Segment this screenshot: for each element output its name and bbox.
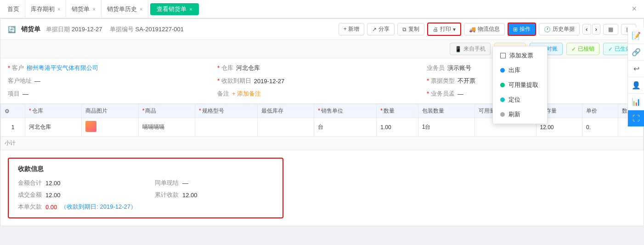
total-amount-label: 金额合计 bbox=[18, 179, 42, 187]
tab-bar: 首页 库存期初 × 销货单 × 销货单历史 × 查看销货单 × × bbox=[0, 0, 644, 18]
col-settings: ⚙ bbox=[1, 104, 25, 118]
tab-sales-order[interactable]: 销货单 × bbox=[66, 0, 101, 18]
note-field: 备注 + 添加备注 bbox=[217, 90, 427, 98]
customer-value[interactable]: 柳州粤港平安气体有限公司 bbox=[27, 64, 98, 72]
share-button[interactable]: ↗ 分享 bbox=[367, 23, 395, 35]
accumulated-received-label: 累计收款 bbox=[155, 191, 179, 199]
close-tab-history[interactable]: × bbox=[140, 6, 142, 12]
project-value: — bbox=[23, 91, 28, 97]
copy-button[interactable]: ⧉ 复制 bbox=[397, 23, 424, 35]
staff-label: 业务员 bbox=[427, 64, 445, 72]
close-tab-view[interactable]: × bbox=[189, 6, 192, 12]
row-quantity: 1.00 bbox=[377, 118, 418, 137]
transaction-amount-row: 成交金额 12.00 bbox=[18, 191, 136, 199]
payment-date-value: 2019-12-27 bbox=[254, 78, 285, 85]
same-order-settle-label: 同单现结 bbox=[155, 179, 179, 187]
tab-sales-history[interactable]: 销货单历史 × bbox=[102, 0, 148, 18]
same-order-settle-row: 同单现结 — bbox=[155, 179, 273, 187]
col-warehouse: *仓库 bbox=[25, 104, 82, 118]
col-price: 单价 bbox=[582, 104, 618, 118]
next-button[interactable]: › bbox=[592, 24, 600, 34]
doc-title-area: 🔄 销货单 单据日期 2019-12-27 单据编号 SA-20191227-0… bbox=[8, 25, 184, 34]
address-label: 客户地址 bbox=[8, 77, 32, 85]
product-image bbox=[85, 121, 96, 132]
prev-button[interactable]: ‹ bbox=[582, 24, 591, 34]
transaction-amount-value: 12.00 bbox=[45, 192, 61, 199]
accumulated-received-value: 12.00 bbox=[182, 192, 198, 199]
sidebar-note-icon[interactable]: 📝 bbox=[628, 28, 644, 44]
row-spec bbox=[195, 118, 258, 137]
copy-icon: ⧉ bbox=[402, 26, 407, 33]
logistics-button[interactable]: 🚚 物流信息 bbox=[464, 23, 505, 35]
accumulated-received-row: 累计收款 12.00 bbox=[155, 191, 273, 199]
total-amount-value: 12.00 bbox=[45, 180, 61, 187]
operation-button[interactable]: ⊞ 操作 bbox=[508, 23, 536, 36]
tab-view-sales[interactable]: 查看销货单 × bbox=[150, 3, 198, 15]
void-icon: ✓ bbox=[571, 46, 576, 52]
sidebar-user-icon[interactable]: 👤 bbox=[628, 77, 644, 94]
doc-number-label: 单据编号 SA-20191227-001 bbox=[110, 25, 184, 34]
col-unit: *销售单位 bbox=[314, 104, 377, 118]
invoice-icon bbox=[500, 53, 506, 58]
doc-type: 销货单 bbox=[21, 25, 40, 34]
doc-date-label: 单据日期 2019-12-27 bbox=[46, 25, 102, 34]
row-price: 0. bbox=[582, 118, 618, 137]
from-phone-button[interactable]: 📱 来自手机 bbox=[450, 43, 491, 55]
logistics-icon: 🚚 bbox=[469, 26, 476, 33]
grid1-icon: ▦ bbox=[608, 26, 613, 33]
print-dropdown-icon: ▾ bbox=[453, 26, 456, 33]
sidebar-return-icon[interactable]: ↩ bbox=[628, 61, 644, 77]
doc-icon: 🔄 bbox=[8, 26, 16, 33]
col-product: *商品 bbox=[138, 104, 195, 118]
doc-header: 🔄 销货单 单据日期 2019-12-27 单据编号 SA-20191227-0… bbox=[0, 19, 644, 40]
add-note-button[interactable]: + 添加备注 bbox=[232, 90, 261, 98]
new-button[interactable]: + 新增 bbox=[339, 23, 364, 35]
available-dot bbox=[500, 83, 505, 87]
close-all-tabs[interactable]: × bbox=[628, 4, 640, 14]
add-invoice-item[interactable]: 添加发票 bbox=[493, 48, 547, 63]
voided-button[interactable]: ✓ 已核销 bbox=[566, 43, 599, 55]
tab-inventory-init[interactable]: 库存期初 × bbox=[25, 0, 66, 18]
close-tab-sales[interactable]: × bbox=[92, 6, 95, 12]
order-owed-label: 本单欠款 bbox=[18, 203, 42, 211]
operation-icon: ⊞ bbox=[513, 26, 518, 33]
address-field: 客户地址 — bbox=[8, 77, 217, 85]
summary-section: 收款信息 金额合计 12.00 同单现结 — 成交金额 12.00 累计收款 1… bbox=[0, 150, 644, 226]
row-pkg-qty: 1台 bbox=[418, 118, 475, 137]
col-quantity: *数量 bbox=[377, 104, 418, 118]
sidebar-link-icon[interactable]: 🔗 bbox=[628, 44, 644, 61]
grid-view-button[interactable]: ▦ bbox=[603, 24, 618, 35]
close-tab-inventory[interactable]: × bbox=[57, 6, 60, 12]
sidebar-chart-icon[interactable]: 📊 bbox=[628, 94, 644, 110]
history-button[interactable]: 🕐 历史单据 bbox=[539, 23, 580, 35]
payment-date-label: 收款到期日 bbox=[217, 77, 251, 85]
outbound-dot bbox=[500, 68, 505, 73]
col-min-stock: 最低库存 bbox=[258, 104, 314, 118]
sidebar-expand-icon[interactable]: ⛶ bbox=[628, 110, 644, 127]
project-field: 项目 — bbox=[8, 90, 217, 98]
order-owed-row: 本单欠款 0.00 （收款到期日: 2019-12-27） bbox=[18, 203, 136, 211]
project-label: 项目 bbox=[8, 90, 20, 98]
ticket-type-label: 票据类型 bbox=[427, 77, 455, 85]
tab-home[interactable]: 首页 bbox=[4, 0, 25, 18]
print-button[interactable]: 🖨 打印 ▾ bbox=[427, 23, 461, 36]
warehouse-value: 河北仓库 bbox=[236, 64, 260, 72]
row-min-stock bbox=[258, 118, 314, 137]
print-icon: 🖨 bbox=[433, 26, 438, 33]
outbound-item[interactable]: 出库 bbox=[493, 63, 547, 78]
warehouse-label: 仓库 bbox=[217, 64, 233, 72]
customer-label: 客户 bbox=[8, 64, 24, 72]
share-icon: ↗ bbox=[372, 26, 377, 33]
locate-item[interactable]: 定位 bbox=[493, 92, 547, 107]
summary-grid: 金额合计 12.00 同单现结 — 成交金额 12.00 累计收款 12.00 … bbox=[18, 179, 273, 211]
nav-buttons: ‹ › bbox=[582, 24, 600, 34]
available-extract-item[interactable]: 可用量提取 bbox=[493, 78, 547, 92]
col-image: 商品图片 bbox=[82, 104, 138, 118]
order-owed-value: 0.00 bbox=[45, 204, 57, 211]
row-unit: 台 bbox=[314, 118, 377, 137]
toolbar: + 新增 ↗ 分享 ⧉ 复制 🖨 打印 ▾ 🚚 物流信息 ⊞ 操作 bbox=[339, 23, 636, 36]
same-order-settle-value: — bbox=[182, 180, 188, 187]
refresh-item[interactable]: 刷新 bbox=[493, 107, 547, 122]
ticket-type-value: 不开票 bbox=[458, 77, 475, 85]
col-spec: *规格型号 bbox=[195, 104, 258, 118]
